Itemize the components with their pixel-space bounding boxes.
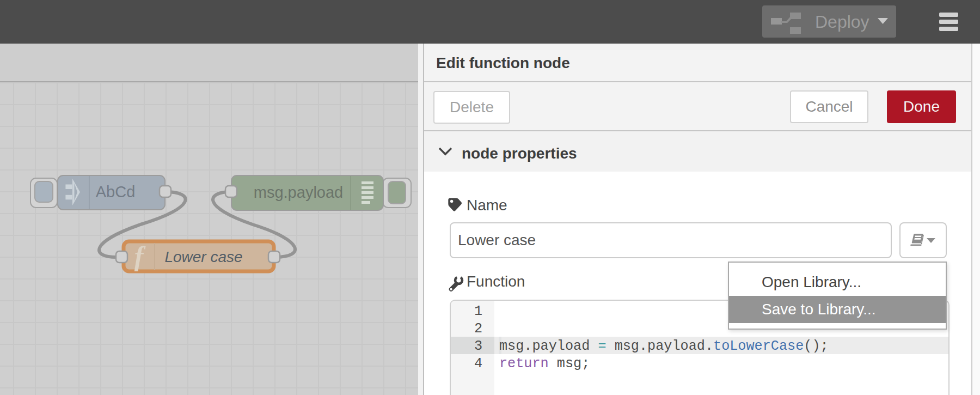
svg-text:AbCd: AbCd [96,183,136,200]
svg-text:Deploy: Deploy [815,12,869,32]
svg-text:msg.payload: msg.payload [254,184,343,201]
svg-text:Lower case: Lower case [164,248,242,265]
